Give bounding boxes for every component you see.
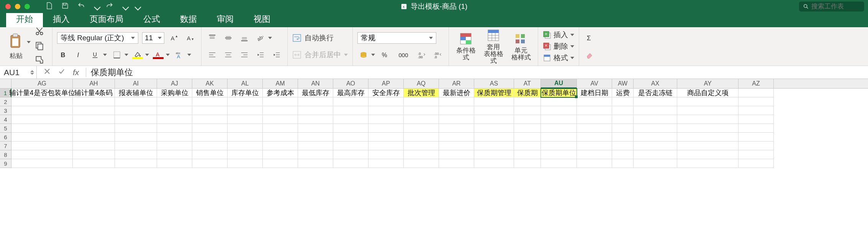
chevron-down-icon[interactable] <box>371 54 375 56</box>
col-header-AT[interactable]: AT <box>514 79 541 88</box>
cell[interactable] <box>514 150 541 159</box>
row-header-8[interactable]: 8 <box>0 150 11 159</box>
cell[interactable] <box>368 115 404 124</box>
align-bottom-button[interactable] <box>238 33 251 43</box>
cell[interactable] <box>739 97 774 106</box>
cell[interactable] <box>404 124 439 133</box>
cell[interactable] <box>192 106 228 115</box>
col-header-AP[interactable]: AP <box>368 79 404 88</box>
cell[interactable] <box>577 133 612 142</box>
cell[interactable] <box>115 150 157 159</box>
cell[interactable] <box>11 124 73 133</box>
clear-button[interactable] <box>584 49 596 60</box>
cell[interactable] <box>634 106 677 115</box>
cell[interactable] <box>541 150 577 159</box>
cell[interactable] <box>115 159 157 168</box>
cell[interactable] <box>11 133 73 142</box>
cell[interactable] <box>11 97 73 106</box>
cell[interactable] <box>577 106 612 115</box>
redo-dropdown-icon[interactable] <box>122 5 126 8</box>
cell[interactable] <box>228 115 263 124</box>
cell[interactable] <box>298 142 333 150</box>
cell[interactable] <box>541 115 577 124</box>
font-color-button[interactable]: A <box>153 51 164 59</box>
font-name-combo[interactable]: 等线 Regular (正文) <box>57 32 138 44</box>
cell[interactable] <box>368 97 404 106</box>
cell[interactable] <box>677 150 739 159</box>
undo-dropdown-icon[interactable] <box>93 5 97 8</box>
enter-formula-button[interactable] <box>58 68 65 77</box>
chevron-down-icon[interactable] <box>124 54 128 56</box>
cell[interactable] <box>115 142 157 150</box>
cell[interactable] <box>228 106 263 115</box>
chevron-down-icon[interactable] <box>268 37 272 39</box>
cell[interactable] <box>228 159 263 168</box>
row-header-4[interactable]: 4 <box>0 115 11 124</box>
cell[interactable] <box>739 142 774 150</box>
cell[interactable] <box>11 106 73 115</box>
cell[interactable] <box>677 133 739 142</box>
cell[interactable] <box>739 115 774 124</box>
cell[interactable] <box>115 97 157 106</box>
cell[interactable] <box>739 106 774 115</box>
cell-AP1[interactable]: 安全库存 <box>368 89 404 97</box>
tab-page-layout[interactable]: 页面布局 <box>80 11 133 27</box>
cell[interactable] <box>157 133 192 142</box>
cell[interactable] <box>474 106 514 115</box>
cell[interactable] <box>677 115 739 124</box>
table-format-button[interactable]: 套用 表格格式 <box>481 28 506 64</box>
increase-font-button[interactable]: A▲ <box>168 33 180 43</box>
undo-icon[interactable] <box>77 2 85 12</box>
merge-center-button[interactable]: 合并后居中 <box>292 46 348 63</box>
percent-button[interactable]: % <box>379 49 391 60</box>
cell[interactable] <box>404 150 439 159</box>
cell[interactable] <box>514 133 541 142</box>
chevron-down-icon[interactable] <box>103 54 107 56</box>
col-header-AO[interactable]: AO <box>333 79 368 88</box>
cell[interactable] <box>298 106 333 115</box>
qat-customize-icon[interactable] <box>134 5 138 8</box>
cell[interactable] <box>11 150 73 159</box>
col-header-AX[interactable]: AX <box>634 79 677 88</box>
cell[interactable] <box>677 142 739 150</box>
cell[interactable] <box>73 124 115 133</box>
col-header-AG[interactable]: AG <box>11 79 73 88</box>
number-format-combo[interactable]: 常规 <box>357 32 436 44</box>
col-header-AZ[interactable]: AZ <box>739 79 774 88</box>
currency-button[interactable] <box>357 49 370 60</box>
cell-AK1[interactable]: 销售单位 <box>192 89 228 97</box>
cell[interactable] <box>157 115 192 124</box>
cell[interactable] <box>73 106 115 115</box>
cell[interactable] <box>73 142 115 150</box>
cell[interactable] <box>612 106 634 115</box>
cell[interactable] <box>612 142 634 150</box>
cell-AX1[interactable]: 是否走冻链 <box>634 89 677 97</box>
cell[interactable] <box>192 97 228 106</box>
fx-icon[interactable]: fx <box>73 68 79 77</box>
format-cells-button[interactable]: 格式 <box>543 52 574 64</box>
name-box[interactable]: AU1 <box>0 66 37 79</box>
paste-button[interactable]: 粘贴 <box>9 33 23 60</box>
cell[interactable] <box>612 159 634 168</box>
cell[interactable] <box>228 124 263 133</box>
cell[interactable] <box>115 106 157 115</box>
cell[interactable] <box>263 133 298 142</box>
cell[interactable] <box>298 115 333 124</box>
cell[interactable] <box>474 150 514 159</box>
orientation-button[interactable]: ab <box>254 33 267 43</box>
cell[interactable] <box>333 97 368 106</box>
cell[interactable] <box>439 133 474 142</box>
cell[interactable] <box>157 159 192 168</box>
cell[interactable] <box>192 142 228 150</box>
col-header-AR[interactable]: AR <box>439 79 474 88</box>
cell[interactable] <box>298 124 333 133</box>
row-header-2[interactable]: 2 <box>0 97 11 106</box>
cell[interactable] <box>11 159 73 168</box>
chevron-down-icon[interactable] <box>145 54 149 56</box>
cell[interactable] <box>368 106 404 115</box>
cell[interactable] <box>263 115 298 124</box>
save-icon[interactable] <box>61 2 69 12</box>
cell[interactable] <box>474 124 514 133</box>
cell[interactable] <box>612 97 634 106</box>
chevron-down-icon[interactable] <box>187 54 191 56</box>
